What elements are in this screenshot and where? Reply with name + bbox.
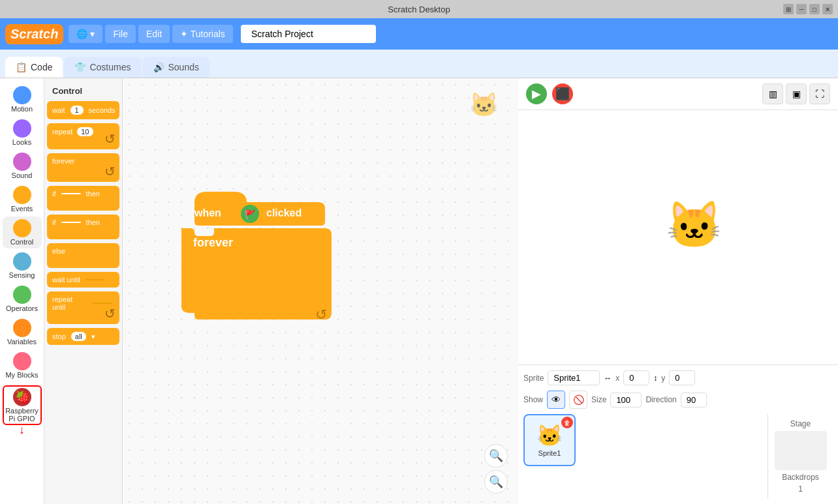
if-label: if	[52, 190, 56, 198]
sidebar-item-control[interactable]: Control	[3, 216, 42, 248]
wait-seconds-label: seconds	[89, 106, 116, 114]
direction-input[interactable]	[681, 393, 707, 408]
stage-controls: ▶ ⬛ ▥ ▣ ⛶	[518, 78, 838, 110]
forever-svg: forever ↺	[181, 228, 332, 326]
forever-label: forever	[52, 157, 74, 165]
when-clicked-block-group[interactable]: when 🚩 clicked forever ↺	[181, 183, 332, 329]
y-arrow-icon: ↕	[653, 374, 657, 383]
repeat-until-arrow-icon: ↺	[104, 306, 116, 321]
sidebar-item-looks[interactable]: Looks	[3, 117, 42, 149]
stop-button[interactable]: ⬛	[552, 83, 573, 104]
sprite-thumb-sprite1[interactable]: 🗑 🐱 Sprite1	[523, 414, 576, 466]
variables-label: Variables	[7, 338, 37, 346]
costumes-tab-icon: 👕	[74, 62, 85, 72]
sidebar-item-operators[interactable]: Operators	[3, 283, 42, 315]
block-wait[interactable]: wait 1 seconds	[47, 101, 119, 119]
sidebar-item-events[interactable]: Events	[3, 183, 42, 215]
when-clicked-hat[interactable]: when 🚩 clicked	[181, 183, 332, 231]
zoom-out-button[interactable]: 🔍	[484, 470, 508, 494]
big-stage-button[interactable]: ▣	[786, 83, 807, 104]
sound-label: Sound	[12, 171, 33, 179]
tutorials-menu-button[interactable]: ✦ Tutorials	[172, 25, 233, 43]
sprite-thumb-image: 🐱	[536, 423, 563, 448]
small-stage-button[interactable]: ▥	[762, 83, 783, 104]
show-visible-button[interactable]: 👁	[547, 391, 565, 409]
block-stop[interactable]: stop all ▾	[47, 328, 119, 345]
main-layout: Motion Looks Sound Events Control Sensin…	[0, 78, 838, 504]
title-close-icon[interactable]: ✕	[822, 4, 833, 14]
zoom-out-icon: 🔍	[489, 475, 503, 489]
block-if-then[interactable]: if then	[47, 186, 119, 211]
tab-costumes[interactable]: 👕 Costumes	[64, 57, 141, 78]
block-else[interactable]: else	[47, 243, 119, 268]
sprite-thumb-label: Sprite1	[538, 449, 561, 457]
sprite-name-input[interactable]	[548, 370, 600, 385]
title-bar-text: Scratch Desktop	[388, 5, 450, 14]
sidebar-item-sound[interactable]: Sound	[3, 150, 42, 182]
block-forever[interactable]: forever ↺	[47, 153, 119, 182]
sprite-panel: Sprite ↔ x ↕ y Show 👁 🚫 Size Direction	[518, 364, 838, 504]
svg-text:when: when	[194, 207, 221, 218]
sprite-delete-button[interactable]: 🗑	[561, 417, 573, 428]
code-tab-icon: 📋	[16, 62, 27, 72]
stop-icon: ⬛	[555, 87, 570, 101]
title-bar: Scratch Desktop ⊞ ─ □ ✕	[0, 0, 838, 18]
tab-sounds[interactable]: 🔊 Sounds	[143, 57, 210, 78]
globe-menu-button[interactable]: 🌐 ▾	[69, 25, 102, 43]
repeat-input[interactable]: 10	[77, 127, 93, 136]
stage-thumbnail[interactable]	[775, 431, 827, 470]
title-minimize-icon[interactable]: ─	[796, 4, 807, 14]
zoom-controls: 🔍 🔍	[484, 444, 508, 494]
x-input[interactable]	[623, 370, 649, 385]
wait-until-input[interactable]	[85, 279, 105, 280]
green-flag-icon: ▶	[532, 87, 541, 101]
title-grid-icon[interactable]: ⊞	[783, 4, 794, 14]
sound-dot	[13, 153, 31, 171]
forever-block-canvas[interactable]: forever ↺	[181, 228, 332, 329]
repeat-until-label: repeat until	[52, 295, 87, 311]
stop-input[interactable]: all	[71, 332, 86, 341]
show-label: Show	[523, 395, 543, 404]
then-label: then	[86, 190, 100, 198]
sidebar-item-raspberry[interactable]: 🍓 Raspberry Pi GPIO	[3, 385, 42, 425]
block-if-then-2[interactable]: if then	[47, 215, 119, 239]
file-menu-button[interactable]: File	[105, 25, 136, 43]
if-condition-input-2[interactable]	[61, 222, 81, 223]
y-input[interactable]	[669, 370, 695, 385]
sidebar-item-variables[interactable]: Variables	[3, 316, 42, 348]
tab-code[interactable]: 📋 Code	[5, 57, 63, 78]
when-hat-svg: when 🚩 clicked	[181, 183, 332, 228]
sprites-thumbs: 🗑 🐱 Sprite1	[523, 414, 768, 466]
sidebar-item-sensing[interactable]: Sensing	[3, 250, 42, 282]
size-input[interactable]	[610, 393, 642, 408]
repeat-until-input[interactable]	[92, 303, 112, 304]
block-repeat-until[interactable]: repeat until ↺	[47, 291, 119, 324]
events-dot	[13, 186, 31, 204]
zoom-in-button[interactable]: 🔍	[484, 444, 508, 467]
control-label: Control	[10, 238, 33, 246]
sidebar-item-motion[interactable]: Motion	[3, 83, 42, 115]
code-tab-label: Code	[31, 62, 52, 72]
wait-input[interactable]: 1	[70, 106, 84, 115]
green-flag-button[interactable]: ▶	[526, 83, 547, 104]
block-repeat[interactable]: repeat 10 ↺	[47, 123, 119, 149]
project-title-input[interactable]	[241, 25, 376, 43]
block-wait-until[interactable]: wait until	[47, 272, 119, 288]
script-area[interactable]: 🐱 when 🚩 clicked forever ↺	[123, 78, 518, 504]
title-maximize-icon[interactable]: □	[809, 4, 820, 14]
backdrops-count: 1	[798, 484, 803, 494]
bottom-row: 🗑 🐱 Sprite1 Stage Backdrops 1	[523, 414, 833, 499]
show-hidden-button[interactable]: 🚫	[569, 391, 587, 409]
scratch-logo: Scratch	[5, 24, 63, 44]
direction-label: Direction	[645, 395, 676, 404]
sidebar-item-myblocks[interactable]: My Blocks	[3, 349, 42, 381]
myblocks-label: My Blocks	[5, 371, 38, 379]
repeat-label: repeat	[52, 128, 74, 136]
fullscreen-button[interactable]: ⛶	[809, 83, 830, 104]
raspberry-arrow-icon: ↓	[19, 423, 25, 437]
if-condition-input[interactable]	[61, 193, 81, 194]
looks-label: Looks	[12, 138, 31, 146]
stage-canvas: 🐱	[518, 110, 838, 364]
operators-label: Operators	[6, 304, 38, 312]
edit-menu-button[interactable]: Edit	[138, 25, 170, 43]
